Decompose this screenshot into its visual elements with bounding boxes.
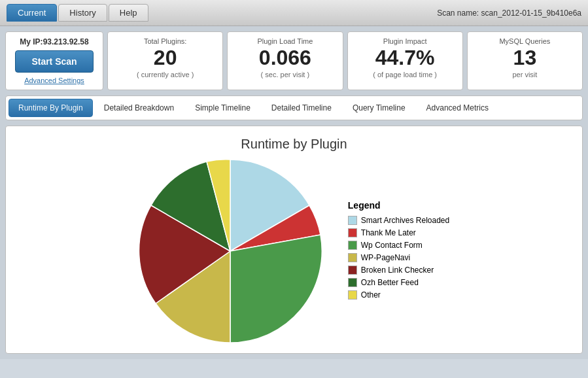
legend-item-5: Ozh Better Feed — [348, 278, 449, 287]
start-scan-button[interactable]: Start Scan — [15, 50, 94, 73]
chart-title: Runtime by Plugin — [241, 137, 347, 152]
mysql-queries-box: MySQL Queries 13 per visit — [467, 31, 583, 90]
legend-label-5: Ozh Better Feed — [361, 278, 419, 287]
chart-area: Runtime by Plugin Legen — [5, 126, 583, 354]
legend-label-6: Other — [361, 290, 381, 300]
plugin-load-time-sub: ( sec. per visit ) — [235, 71, 334, 78]
top-tabs: Current History Help — [7, 4, 148, 22]
stats-row: My IP:93.213.92.58 Start Scan Advanced S… — [5, 31, 583, 90]
legend-color-5 — [348, 278, 357, 287]
legend-color-6 — [348, 290, 357, 300]
chart-legend: Legend Smart Archives Reloaded Thank Me … — [348, 200, 449, 303]
legend-item-4: Broken Link Checker — [348, 266, 449, 275]
advanced-settings-link[interactable]: Advanced Settings — [14, 77, 95, 84]
total-plugins-box: Total Plugins: 20 ( currently active ) — [107, 31, 223, 90]
legend-color-0 — [348, 216, 357, 225]
top-bar: Current History Help Scan name: scan_201… — [0, 0, 588, 26]
plugin-impact-box: Plugin Impact 44.7% ( of page load time … — [347, 31, 463, 90]
legend-color-3 — [348, 253, 357, 262]
legend-label-0: Smart Archives Reloaded — [361, 216, 449, 225]
total-plugins-label: Total Plugins: — [116, 37, 215, 45]
tab-detailed-breakdown[interactable]: Detailed Breakdown — [94, 99, 184, 117]
legend-item-1: Thank Me Later — [348, 228, 449, 237]
tab-bar: Runtime By Plugin Detailed Breakdown Sim… — [5, 95, 583, 120]
legend-label-3: WP-PageNavi — [361, 253, 410, 262]
tab-current[interactable]: Current — [7, 4, 57, 22]
tab-query-timeline[interactable]: Query Timeline — [343, 99, 415, 117]
legend-title: Legend — [348, 200, 449, 211]
legend-label-4: Broken Link Checker — [361, 266, 434, 275]
tab-simple-timeline[interactable]: Simple Timeline — [185, 99, 260, 117]
legend-item-0: Smart Archives Reloaded — [348, 216, 449, 225]
legend-item-2: Wp Contact Form — [348, 241, 449, 250]
legend-label-1: Thank Me Later — [361, 228, 416, 237]
legend-color-2 — [348, 241, 357, 250]
ip-value: 93.213.92.58 — [43, 37, 89, 46]
legend-label-2: Wp Contact Form — [361, 241, 423, 250]
scan-name: Scan name: scan_2012-01-15_9b410e6a — [437, 9, 581, 18]
ip-prefix: My IP: — [20, 37, 43, 46]
ip-scan-box: My IP:93.213.92.58 Start Scan Advanced S… — [5, 31, 103, 90]
tab-history[interactable]: History — [58, 4, 107, 22]
legend-item-3: WP-PageNavi — [348, 253, 449, 262]
chart-container: Legend Smart Archives Reloaded Thank Me … — [139, 160, 449, 343]
legend-color-1 — [348, 228, 357, 237]
tab-runtime-by-plugin[interactable]: Runtime By Plugin — [9, 99, 93, 117]
total-plugins-value: 20 — [116, 46, 215, 69]
tab-advanced-metrics[interactable]: Advanced Metrics — [417, 99, 498, 117]
main-content: My IP:93.213.92.58 Start Scan Advanced S… — [0, 26, 588, 359]
tab-detailed-timeline[interactable]: Detailed Timeline — [262, 99, 341, 117]
mysql-queries-sub: per visit — [476, 71, 574, 78]
legend-color-4 — [348, 266, 357, 275]
mysql-queries-value: 13 — [476, 46, 574, 69]
tab-help[interactable]: Help — [109, 4, 148, 22]
plugin-impact-value: 44.7% — [356, 46, 455, 69]
plugin-load-time-value: 0.066 — [235, 46, 334, 69]
plugin-impact-sub: ( of page load time ) — [356, 71, 455, 78]
plugin-load-time-label: Plugin Load Time — [235, 37, 334, 45]
total-plugins-sub: ( currently active ) — [116, 71, 215, 78]
plugin-impact-label: Plugin Impact — [356, 37, 455, 45]
mysql-queries-label: MySQL Queries — [476, 37, 574, 45]
legend-item-6: Other — [348, 290, 449, 300]
pie-chart — [139, 160, 322, 343]
my-ip-label: My IP:93.213.92.58 — [14, 37, 95, 46]
plugin-load-time-box: Plugin Load Time 0.066 ( sec. per visit … — [227, 31, 343, 90]
